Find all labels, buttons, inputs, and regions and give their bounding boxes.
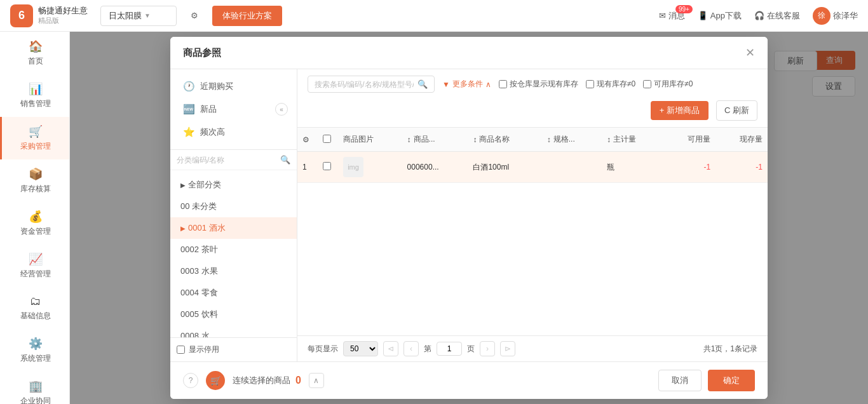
refresh-button[interactable]: C 刷新 xyxy=(716,100,757,121)
toolbar: 🔍 ▼ 更多条件 ∧ 按仓库显示现有库存 xyxy=(297,69,768,128)
first-page-button[interactable]: ⊲ xyxy=(383,341,398,356)
modal-close-button[interactable]: ✕ xyxy=(745,46,755,60)
app-download-button[interactable]: 📱 App下载 xyxy=(698,10,742,22)
category-0002-label: 0002 茶叶 xyxy=(180,244,218,255)
chevron-up-icon: ∧ xyxy=(485,80,491,89)
col-img: 商品图片 xyxy=(338,128,402,152)
row-checkbox[interactable] xyxy=(323,162,331,170)
cell-unit: 瓶 xyxy=(602,152,663,183)
category-list: ▶ 全部分类 00 未分类 ▶ 0001 酒水 0002 茶 xyxy=(170,170,297,337)
page-label: 第 xyxy=(424,344,431,354)
category-00[interactable]: 00 未分类 xyxy=(170,196,297,217)
col-code[interactable]: ↕ 商品... xyxy=(402,128,468,152)
search-icon[interactable]: 🔍 xyxy=(280,155,290,165)
sidebar-item-home[interactable]: 🏠 首页 xyxy=(0,32,69,74)
collapse-footer-button[interactable]: ∧ xyxy=(309,373,324,388)
sidebar-item-basic[interactable]: 🗂 基础信息 xyxy=(0,287,69,329)
collapse-panel-button[interactable]: « xyxy=(275,103,288,116)
show-disabled-checkbox[interactable] xyxy=(177,346,185,354)
quick-recent-label: 近期购买 xyxy=(200,81,233,92)
sidebar-item-operations[interactable]: 📈 经营管理 xyxy=(0,245,69,287)
select-all-checkbox[interactable] xyxy=(323,135,331,143)
message-icon: ✉ xyxy=(659,11,666,20)
cart-count-area: 连续选择的商品 0 xyxy=(233,375,301,386)
user-avatar[interactable]: 徐 徐泽华 xyxy=(813,7,858,25)
messages-button[interactable]: ✉ 消息 99+ xyxy=(659,10,685,22)
expand-icon-0001: ▶ xyxy=(180,225,186,232)
sidebar-item-sales[interactable]: 📊 销售管理 xyxy=(0,74,69,117)
prev-page-button[interactable]: ‹ xyxy=(403,341,419,356)
confirm-button[interactable]: 确定 xyxy=(708,370,755,391)
pagination: 每页显示 50 100 ⊲ ‹ 第 页 › ⊳ 共 xyxy=(297,335,768,361)
cancel-button[interactable]: 取消 xyxy=(658,370,702,391)
store-selector[interactable]: 日太阳膜 ▼ xyxy=(100,6,177,26)
col-settings[interactable]: ⚙ xyxy=(297,128,318,152)
top-navigation: 6 畅捷通好生意 精品版 日太阳膜 ▼ ⚙ 体验行业方案 ✉ 消息 99+ 📱 … xyxy=(0,0,868,32)
cell-code: 000600... xyxy=(402,152,468,183)
category-search-input[interactable] xyxy=(177,156,276,165)
category-0001[interactable]: ▶ 0001 酒水 xyxy=(170,217,297,239)
sidebar-item-inventory[interactable]: 📦 库存核算 xyxy=(0,159,69,202)
col-checkbox[interactable] xyxy=(318,128,338,152)
category-0008[interactable]: 0008 水 xyxy=(170,325,297,337)
sidebar-label-system: 系统管理 xyxy=(20,353,51,364)
table-row[interactable]: 1 img 000600... 白酒100ml 瓶 xyxy=(297,152,768,183)
quick-frequent[interactable]: ⭐ 频次高 xyxy=(177,121,275,143)
left-panel: 🕐 近期购买 🆕 新品 ⭐ 频次高 xyxy=(170,69,297,361)
avatar: 徐 xyxy=(813,7,831,25)
col-stock[interactable]: 现存量 xyxy=(715,128,768,152)
cell-img: img xyxy=(338,152,402,183)
category-0003[interactable]: 0003 水果 xyxy=(170,260,297,282)
category-0005[interactable]: 0005 饮料 xyxy=(170,304,297,325)
page-unit: 页 xyxy=(467,344,475,354)
nav-right: ✉ 消息 99+ 📱 App下载 🎧 在线客服 徐 徐泽华 xyxy=(659,7,858,25)
last-page-button[interactable]: ⊳ xyxy=(500,341,515,356)
product-reference-modal: 商品参照 ✕ 🕐 近期购买 xyxy=(170,37,768,399)
col-spec[interactable]: ↕ 规格... xyxy=(542,128,602,152)
col-available[interactable]: 可用量 xyxy=(664,128,716,152)
cell-checkbox[interactable] xyxy=(318,152,338,183)
sidebar-label-operations: 经营管理 xyxy=(20,269,51,279)
online-support-button[interactable]: 🎧 在线客服 xyxy=(754,10,800,22)
expand-icon: ▶ xyxy=(180,182,186,189)
category-0004[interactable]: 0004 零食 xyxy=(170,282,297,304)
sidebar-item-finance[interactable]: 💰 资金管理 xyxy=(0,202,69,245)
total-info: 共1页，1条记录 xyxy=(703,344,757,354)
sort-icon-spec: ↕ xyxy=(547,135,551,144)
add-product-button[interactable]: + 新增商品 xyxy=(651,101,709,120)
main-layout: 🏠 首页 📊 销售管理 🛒 采购管理 📦 库存核算 💰 资金管理 📈 经营管理 … xyxy=(0,32,868,404)
operations-icon: 📈 xyxy=(29,252,43,266)
sidebar-item-purchase[interactable]: 🛒 采购管理 xyxy=(0,117,69,159)
category-all[interactable]: ▶ 全部分类 xyxy=(170,174,297,196)
table-header-row: ⚙ 商品图片 ↕ 商品... xyxy=(297,128,768,152)
sidebar-item-system[interactable]: ⚙️ 系统管理 xyxy=(0,329,69,372)
category-0002[interactable]: 0002 茶叶 xyxy=(170,239,297,260)
more-filters-button[interactable]: ▼ 更多条件 ∧ xyxy=(442,79,491,90)
help-button[interactable]: ? xyxy=(183,373,198,388)
finance-icon: 💰 xyxy=(29,210,43,224)
col-unit[interactable]: ↕ 主计量 xyxy=(602,128,663,152)
col-name[interactable]: ↕ 商品名称 xyxy=(468,128,541,152)
quick-recent[interactable]: 🕐 近期购买 xyxy=(177,76,275,97)
modal-overlay: 商品参照 ✕ 🕐 近期购买 xyxy=(70,32,868,404)
cart-count-badge: 0 xyxy=(295,375,301,386)
logo-text: 畅捷通好生意 xyxy=(38,6,88,17)
trial-button[interactable]: 体验行业方案 xyxy=(212,6,282,26)
warehouse-display-checkbox[interactable]: 按仓库显示现有库存 xyxy=(499,79,578,90)
available-stock-checkbox[interactable]: 现有库存≠0 xyxy=(586,79,635,90)
usable-stock-checkbox[interactable]: 可用库存≠0 xyxy=(643,79,693,90)
chevron-down-icon: ▼ xyxy=(144,12,151,19)
page-size-select[interactable]: 50 100 xyxy=(343,341,378,356)
quick-new[interactable]: 🆕 新品 xyxy=(177,98,275,120)
category-0001-label: 0001 酒水 xyxy=(188,222,226,234)
settings-icon[interactable]: ⚙ xyxy=(184,6,205,26)
product-search-input[interactable] xyxy=(315,80,414,89)
category-0004-label: 0004 零食 xyxy=(180,287,218,299)
sidebar-label-sales: 销售管理 xyxy=(20,98,51,109)
next-page-button[interactable]: › xyxy=(480,341,495,356)
messages-badge: 99+ xyxy=(675,5,693,13)
sidebar-item-enterprise[interactable]: 🏢 企业协同 xyxy=(0,372,69,404)
page-number-input[interactable] xyxy=(437,342,462,356)
search-submit-icon[interactable]: 🔍 xyxy=(417,79,428,89)
right-panel: 🔍 ▼ 更多条件 ∧ 按仓库显示现有库存 xyxy=(297,69,768,361)
